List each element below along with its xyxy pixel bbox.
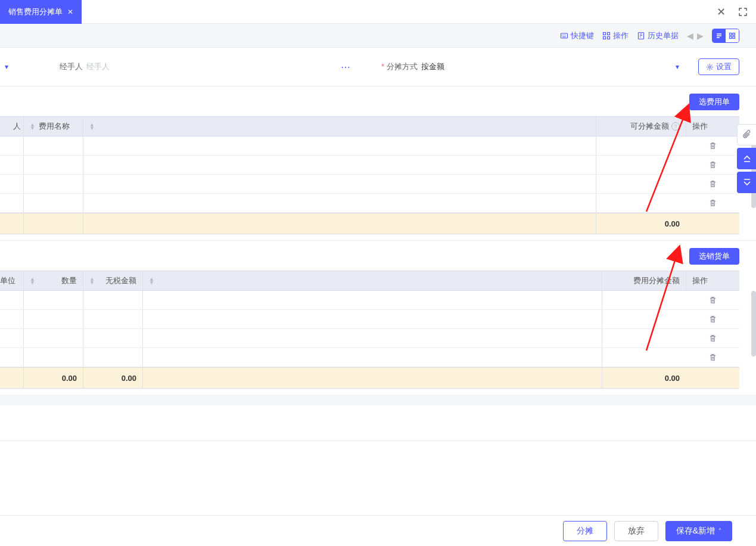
table-row[interactable]: [0, 175, 686, 194]
card-view-icon[interactable]: [726, 29, 739, 42]
settings-button[interactable]: 设置: [698, 58, 739, 75]
method-label: 分摊方式: [387, 62, 418, 71]
settings-label: 设置: [716, 61, 732, 72]
select-expense-button[interactable]: 选费用单: [689, 94, 739, 110]
column-action: 操作: [686, 117, 739, 136]
column-unit: 单位: [0, 271, 24, 290]
column-empty[interactable]: ▲▼: [83, 117, 596, 136]
shortcut-link[interactable]: 快捷键: [560, 30, 594, 41]
tab-sales-expense-alloc[interactable]: 销售费用分摊单 ✕: [0, 0, 82, 24]
handler-field: 经手人 ⋯: [60, 61, 351, 73]
operate-link[interactable]: 操作: [602, 30, 629, 41]
expand-up-icon[interactable]: [737, 148, 756, 169]
sort-icon[interactable]: ▲▼: [30, 277, 35, 284]
window-close-icon[interactable]: ✕: [712, 3, 730, 21]
fullscreen-icon[interactable]: [736, 5, 750, 19]
svg-rect-7: [733, 33, 735, 35]
tab-label: 销售费用分摊单: [8, 7, 63, 17]
column-expense-name[interactable]: ▲▼费用名称: [24, 117, 83, 136]
delete-row-icon[interactable]: [686, 199, 739, 207]
total-alloc: 0.00: [602, 368, 686, 388]
svg-rect-3: [603, 36, 606, 39]
table-row[interactable]: [0, 310, 686, 329]
shortcut-label: 快捷键: [571, 30, 594, 41]
required-mark: *: [381, 62, 384, 71]
allocate-button[interactable]: 分摊: [563, 521, 607, 541]
total-notax: 0.00: [83, 368, 143, 388]
tab-close-icon[interactable]: ✕: [67, 8, 73, 16]
delete-row-icon[interactable]: [686, 353, 739, 361]
svg-rect-4: [608, 36, 610, 39]
column-notax[interactable]: ▲▼无税金额: [83, 271, 143, 290]
chevron-up-icon: ˄: [718, 528, 721, 534]
svg-rect-8: [730, 36, 732, 39]
svg-point-10: [709, 66, 711, 68]
scrollbar[interactable]: [751, 291, 756, 356]
sort-icon[interactable]: ▲▼: [30, 123, 35, 130]
delete-row-icon[interactable]: [686, 315, 739, 323]
attachment-icon[interactable]: [737, 124, 756, 145]
table-row[interactable]: [0, 194, 686, 213]
prev-record-icon[interactable]: ◀: [687, 31, 693, 41]
keyboard-icon: [560, 32, 568, 40]
column-allocatable-amount: 可分摊金额?: [596, 117, 686, 136]
method-select[interactable]: 按金额: [421, 61, 672, 73]
table-row[interactable]: [0, 348, 686, 367]
total-allocatable: 0.00: [596, 213, 686, 234]
grid-icon: [602, 32, 611, 40]
table-row[interactable]: [0, 291, 686, 310]
select-sales-button[interactable]: 选销货单: [689, 248, 739, 265]
expand-down-icon[interactable]: [737, 172, 756, 193]
delete-row-icon[interactable]: [686, 142, 739, 150]
history-icon: [637, 32, 645, 40]
sort-icon[interactable]: ▲▼: [89, 123, 95, 130]
more-dots-icon[interactable]: ⋯: [341, 61, 351, 73]
view-toggle: [712, 29, 739, 43]
delete-row-icon[interactable]: [686, 161, 739, 169]
gear-icon: [706, 63, 714, 71]
svg-rect-2: [608, 32, 610, 35]
help-icon[interactable]: ?: [671, 122, 680, 131]
table-row[interactable]: [0, 329, 686, 348]
svg-rect-6: [730, 33, 732, 35]
chevron-down-icon[interactable]: ▾: [676, 63, 679, 71]
svg-rect-1: [603, 32, 606, 35]
column-qty[interactable]: ▲▼数量: [24, 271, 83, 290]
column-alloc-amount: 费用分摊金额: [602, 271, 686, 290]
history-label: 历史单据: [648, 30, 679, 41]
next-record-icon[interactable]: ▶: [697, 31, 704, 41]
sort-icon[interactable]: ▲▼: [149, 277, 154, 284]
column-empty[interactable]: ▲▼: [143, 271, 602, 290]
sort-icon[interactable]: ▲▼: [89, 277, 95, 284]
table-row[interactable]: [0, 156, 686, 175]
svg-rect-9: [733, 36, 735, 39]
save-new-button[interactable]: 保存&新增 ˄: [665, 521, 732, 541]
delete-row-icon[interactable]: [686, 334, 739, 342]
handler-input[interactable]: [86, 62, 337, 72]
history-link[interactable]: 历史单据: [637, 30, 679, 41]
table-row[interactable]: [0, 136, 686, 156]
column-handler: 人: [0, 117, 24, 136]
chevron-down-icon[interactable]: ▾: [0, 63, 13, 71]
method-field: *分摊方式 按金额 ▾: [381, 61, 679, 73]
discard-button[interactable]: 放弃: [614, 521, 658, 541]
column-action: 操作: [686, 271, 739, 290]
handler-label: 经手人: [60, 61, 83, 72]
operate-label: 操作: [613, 30, 629, 41]
save-new-label: 保存&新增: [676, 526, 715, 536]
list-view-icon[interactable]: [713, 29, 726, 42]
delete-row-icon[interactable]: [686, 296, 739, 304]
delete-row-icon[interactable]: [686, 180, 739, 188]
total-qty: 0.00: [24, 368, 83, 388]
